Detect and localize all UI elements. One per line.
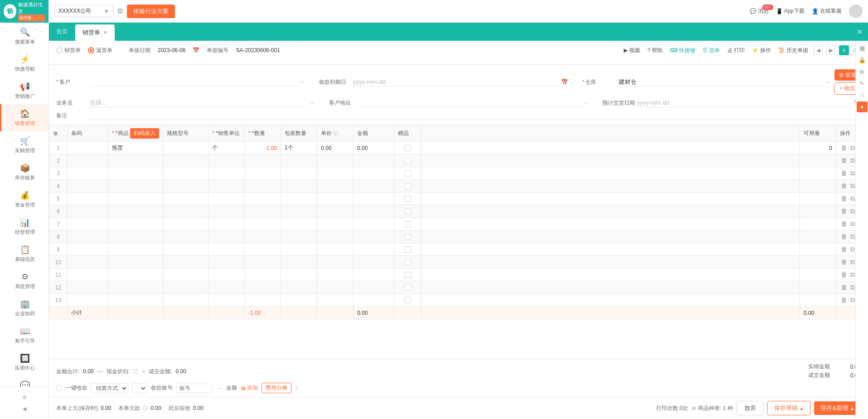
expense-info-icon[interactable]: ? <box>295 385 298 391</box>
row-product-4[interactable] <box>108 180 163 193</box>
expense-split-btn[interactable]: 费用分摊 <box>262 383 291 393</box>
row-product-11[interactable] <box>108 269 163 281</box>
row-spec-12[interactable] <box>163 281 209 294</box>
row-price-11[interactable] <box>317 269 354 281</box>
row-price-12[interactable] <box>317 281 354 294</box>
row-product-6[interactable] <box>108 205 163 218</box>
sidebar-item-sales-mgmt[interactable]: 🏠 销售管理 <box>0 104 48 131</box>
row-pkg-12[interactable] <box>281 281 317 294</box>
sidebar-item-enterprise[interactable]: 🏢 企业协同 <box>0 294 48 322</box>
account-input[interactable] <box>176 384 213 393</box>
right-panel-btn-4[interactable]: ✎ <box>857 78 868 89</box>
video-btn[interactable]: ▶ 视频 <box>622 46 642 55</box>
salesperson-input[interactable] <box>88 98 308 107</box>
row-product-5[interactable] <box>108 193 163 205</box>
sidebar-item-finance[interactable]: 💰 资金管理 <box>0 186 48 213</box>
row-amount-2[interactable] <box>354 154 394 167</box>
row-unit-13[interactable] <box>209 294 245 307</box>
row-amount-9[interactable] <box>354 243 394 256</box>
row-delete-13[interactable]: 🗑 <box>840 296 848 303</box>
row-spec-4[interactable] <box>163 180 209 193</box>
row-spec-3[interactable] <box>163 167 209 180</box>
row-pkg-7[interactable] <box>281 218 317 231</box>
scan-btn[interactable]: 扫码录入 <box>130 128 159 139</box>
row-unit-2[interactable] <box>209 154 245 167</box>
row-pkg-2[interactable] <box>281 154 317 167</box>
warehouse-input[interactable] <box>617 77 824 87</box>
row-delete-8[interactable]: 🗑 <box>840 233 848 240</box>
row-product-10[interactable] <box>108 256 163 269</box>
row-delete-2[interactable]: 🗑 <box>840 157 848 164</box>
row-delete-4[interactable]: 🗑 <box>840 182 848 189</box>
sidebar-item-enterprise-wechat[interactable]: 💬 企业微信 <box>0 376 48 387</box>
nav-prev-btn[interactable]: ◀ <box>814 46 823 55</box>
row-product-13[interactable] <box>108 294 163 307</box>
row-delete-7[interactable]: 🗑 <box>840 220 848 227</box>
right-panel-btn-6[interactable]: ✦ <box>857 101 868 112</box>
row-qty-12[interactable] <box>245 281 281 294</box>
row-qty-2[interactable] <box>245 154 281 167</box>
row-price-7[interactable] <box>317 218 354 231</box>
row-spec-6[interactable] <box>163 205 209 218</box>
sidebar-item-system-mgmt[interactable]: ⚙ 系统管理 <box>0 267 48 294</box>
shortcut-btn[interactable]: ⌨ 快捷键 <box>668 46 697 55</box>
row-delete-1[interactable]: 🗑 <box>840 144 848 151</box>
sidebar-item-guide[interactable]: 📖 新手引导 <box>0 322 48 349</box>
row-barcode-10[interactable] <box>68 256 108 269</box>
row-gift-12[interactable] <box>394 281 422 294</box>
row-qty-4[interactable] <box>245 180 281 193</box>
customer-dots-icon[interactable]: ··· <box>300 79 305 85</box>
right-panel-btn-1[interactable]: ▦ <box>857 43 868 53</box>
sidebar-item-purchase-mgmt[interactable]: 🛒 采购管理 <box>0 131 48 159</box>
row-amount-10[interactable] <box>354 256 394 269</box>
row-pkg-4[interactable] <box>281 180 317 193</box>
row-qty-8[interactable] <box>245 231 281 243</box>
row-price-10[interactable] <box>317 256 354 269</box>
radio-return[interactable]: 退货单 <box>88 47 112 54</box>
row-barcode-5[interactable] <box>68 193 108 205</box>
account-dots-icon[interactable]: ··· <box>218 385 223 391</box>
history-btn[interactable]: 📜 历史单据 <box>776 46 810 55</box>
row-qty-3[interactable] <box>245 167 281 180</box>
row-unit-9[interactable] <box>209 243 245 256</box>
row-price-1[interactable]: 0.00 <box>317 142 354 154</box>
radio-sales[interactable]: 销货单 <box>56 47 81 54</box>
row-barcode-8[interactable] <box>68 231 108 243</box>
row-delete-5[interactable]: 🗑 <box>840 195 848 202</box>
row-unit-11[interactable] <box>209 269 245 281</box>
row-barcode-9[interactable] <box>68 243 108 256</box>
discount-info-icon[interactable]: ⓘ <box>133 368 138 375</box>
row-unit-3[interactable] <box>209 167 245 180</box>
tab-sales[interactable]: 销货单 ✕ <box>75 24 115 41</box>
row-qty-7[interactable] <box>245 218 281 231</box>
sidebar-item-search[interactable]: 🔍 搜索菜单 <box>0 23 48 50</box>
one-click-checkbox[interactable] <box>56 385 62 391</box>
row-qty-10[interactable] <box>245 256 281 269</box>
print-btn[interactable]: 🖨 打印 <box>725 46 747 55</box>
customer-addr-input[interactable] <box>361 98 581 107</box>
row-price-4[interactable] <box>317 180 354 193</box>
row-price-6[interactable] <box>317 205 354 218</box>
customer-input[interactable] <box>91 77 299 87</box>
sidebar-item-app-center[interactable]: 🔲 应用中心 <box>0 349 48 376</box>
row-unit-5[interactable] <box>209 193 245 205</box>
select-btn[interactable]: ☰ 选单 <box>701 46 722 55</box>
row-unit-8[interactable] <box>209 231 245 243</box>
row-pkg-3[interactable] <box>281 167 317 180</box>
row-price-3[interactable] <box>317 167 354 180</box>
sidebar-settings-btn[interactable]: ⚙ <box>0 392 48 403</box>
row-gift-3[interactable] <box>394 167 422 180</box>
row-gift-8[interactable] <box>394 231 422 243</box>
message-btn[interactable]: 💬 消息 99+ <box>750 7 769 15</box>
row-delete-3[interactable]: 🗑 <box>840 169 848 177</box>
row-qty-9[interactable] <box>245 243 281 256</box>
payment-due-calendar-icon[interactable]: 📅 <box>561 79 568 85</box>
sidebar-item-quick-nav[interactable]: ⚡ 快捷导航 <box>0 50 48 77</box>
row-spec-2[interactable] <box>163 154 209 167</box>
abandon-btn[interactable]: 放弃 <box>737 401 764 415</box>
salesperson-dots-icon[interactable]: ··· <box>310 100 315 106</box>
row-qty-6[interactable] <box>245 205 281 218</box>
row-unit-12[interactable] <box>209 281 245 294</box>
right-panel-btn-3[interactable]: ⊕ <box>857 66 868 77</box>
remarks-input[interactable] <box>88 111 861 120</box>
